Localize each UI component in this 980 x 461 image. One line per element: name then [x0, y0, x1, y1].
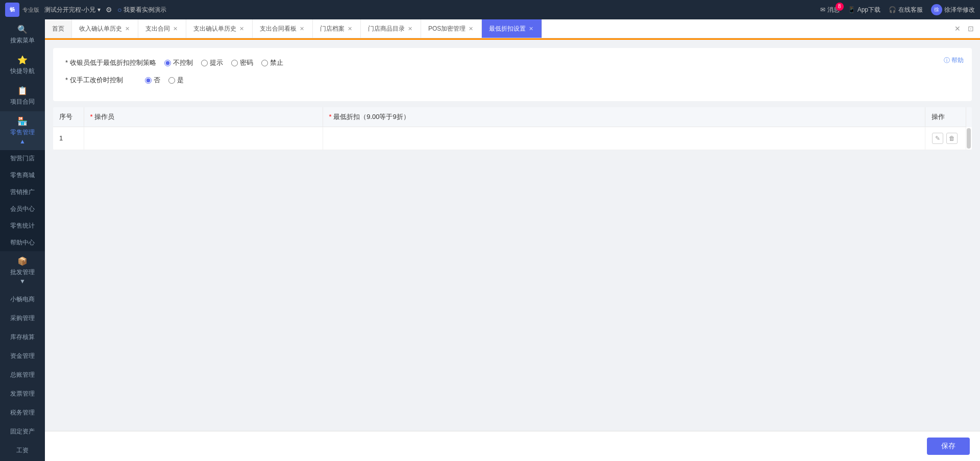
top-bar-right: ✉ 消息 8 📱 App下载 🎧 在线客服 徐 徐泽华修改 — [820, 4, 975, 15]
tab-store-archive[interactable]: 门店档案 ✕ — [313, 19, 361, 38]
discount-table: 序号 操作员 最低折扣（9.00等于9折） 操作 — [53, 107, 972, 150]
td-action: ✎ 🗑 — [925, 127, 966, 150]
sidebar-item-ledger[interactable]: 总账管理 — [0, 366, 45, 384]
delete-row-btn[interactable]: 🗑 — [946, 133, 958, 144]
radio-password-input[interactable] — [231, 60, 238, 66]
manual-price-label: * 仅手工改价时控制 — [65, 76, 137, 85]
tab-payment-board[interactable]: 支出合同看板 ✕ — [253, 19, 313, 38]
radio-no[interactable]: 否 — [145, 76, 160, 85]
sidebar-sub-label: 零售商城 — [10, 171, 35, 180]
radio-prompt-label: 提示 — [210, 58, 223, 67]
user-menu-btn[interactable]: 徐 徐泽华修改 — [931, 4, 975, 15]
sidebar-item-inventory[interactable]: 库存核算 — [0, 328, 45, 347]
tab-close-icon[interactable]: ✕ — [347, 26, 353, 32]
tab-label: 门店商品目录 — [368, 25, 405, 33]
save-button[interactable]: 保存 — [927, 438, 970, 455]
radio-forbid-input[interactable] — [261, 60, 268, 66]
sidebar-item-label: 小畅电商 — [10, 295, 35, 304]
sidebar-item-label: 工资 — [16, 446, 29, 455]
th-operator: 操作员 — [84, 107, 323, 127]
demo-link[interactable]: ○ 我要看实例演示 — [117, 6, 166, 14]
tab-payment-history[interactable]: 支出确认单历史 ✕ — [186, 19, 253, 38]
tab-bar: 首页 收入确认单历史 ✕ 支出合同 ✕ 支出确认单历史 ✕ 支出合同看板 ✕ 门… — [45, 19, 980, 38]
customer-service-label: 在线客服 — [898, 6, 923, 14]
retail-mgmt-submenu: 智营门店 零售商城 营销推广 会员中心 零售统计 帮助中心 — [0, 150, 45, 251]
cashier-policy-label: * 收银员低于最低折扣控制策略 — [65, 58, 156, 67]
radio-yes[interactable]: 是 — [168, 76, 184, 85]
sidebar-item-smart-store[interactable]: 智营门店 — [0, 150, 45, 167]
sidebar-item-wholesale-mgmt[interactable]: 📦 批发管理 ▼ — [0, 251, 45, 290]
tab-label: 支出合同看板 — [260, 25, 297, 33]
customer-service-btn[interactable]: 🎧 在线客服 — [889, 6, 923, 14]
th-min-discount-label: 最低折扣（9.00等于9折） — [329, 113, 410, 120]
radio-no-control[interactable]: 不控制 — [164, 58, 193, 67]
radio-prompt[interactable]: 提示 — [201, 58, 223, 67]
sidebar-item-member-center[interactable]: 会员中心 — [0, 201, 45, 217]
tab-close-icon[interactable]: ✕ — [407, 26, 413, 32]
discount-table-container: 序号 操作员 最低折扣（9.00等于9折） 操作 — [53, 107, 972, 150]
sidebar-item-search-menu[interactable]: 🔍 搜索菜单 — [0, 19, 45, 50]
project-selector[interactable]: 测试分开完程-小兄 ▾ — [44, 6, 101, 14]
radio-no-label: 否 — [154, 76, 160, 85]
sidebar-item-label: 库存核算 — [10, 333, 35, 342]
tab-min-discount[interactable]: 最低折扣设置 ✕ — [482, 19, 542, 38]
messages-btn[interactable]: ✉ 消息 8 — [820, 6, 840, 14]
sidebar-item-purchase-mgmt[interactable]: 采购管理 — [0, 309, 45, 328]
tab-store-catalog[interactable]: 门店商品目录 ✕ — [361, 19, 421, 38]
sidebar-item-help-center[interactable]: 帮助中心 — [0, 234, 45, 251]
sidebar-item-ecommerce[interactable]: 小畅电商 — [0, 290, 45, 309]
page-content: ⓘ 帮助 * 收银员低于最低折扣控制策略 不控制 提示 — [45, 40, 980, 431]
tab-pos-encrypt[interactable]: POS加密管理 ✕ — [421, 19, 482, 38]
sidebar-item-label: 采购管理 — [10, 314, 35, 323]
td-operator — [84, 127, 323, 150]
sidebar-sub-label: 零售统计 — [10, 222, 35, 230]
sidebar-item-tax[interactable]: 税务管理 — [0, 403, 45, 422]
sidebar-item-label: 快捷导航 — [10, 67, 35, 76]
sidebar-item-label: 固定资产 — [10, 427, 35, 436]
settings-icon[interactable]: ⚙ — [106, 6, 112, 14]
radio-prompt-input[interactable] — [201, 60, 208, 66]
sidebar-item-payroll[interactable]: 工资 — [0, 441, 45, 460]
radio-password-label: 密码 — [240, 58, 253, 67]
tab-close-icon[interactable]: ✕ — [528, 26, 534, 32]
tab-income-history[interactable]: 收入确认单历史 ✕ — [72, 19, 138, 38]
sidebar-item-retail-mall[interactable]: 零售商城 — [0, 167, 45, 184]
tab-close-icon[interactable]: ✕ — [172, 26, 179, 32]
tab-payment-contract[interactable]: 支出合同 ✕ — [138, 19, 186, 38]
sidebar-item-finance[interactable]: 资金管理 — [0, 347, 45, 366]
project-name: 测试分开完程-小兄 — [44, 6, 95, 14]
service-icon: 🎧 — [889, 6, 896, 13]
sidebar-item-label: 总账管理 — [10, 371, 35, 379]
radio-password[interactable]: 密码 — [231, 58, 253, 67]
help-link[interactable]: ⓘ 帮助 — [944, 56, 964, 65]
tab-label: 收入确认单历史 — [79, 25, 122, 33]
tab-close-icon[interactable]: ✕ — [238, 26, 245, 32]
sidebar-item-marketing[interactable]: 营销推广 — [0, 184, 45, 201]
sidebar-item-retail-stats[interactable]: 零售统计 — [0, 217, 45, 234]
chevron-down-icon: ▼ — [19, 278, 26, 285]
sidebar-item-invoice[interactable]: 发票管理 — [0, 384, 45, 403]
radio-no-control-input[interactable] — [164, 60, 171, 66]
maximize-tab-btn[interactable]: ⊡ — [966, 22, 976, 35]
sidebar-item-project-contract[interactable]: 📋 项目合同 — [0, 81, 45, 111]
sidebar-item-label: 搜索菜单 — [10, 36, 35, 45]
td-scrollbar — [966, 127, 972, 150]
tab-close-icon[interactable]: ✕ — [124, 26, 131, 32]
sidebar-item-quick-nav[interactable]: ⭐ 快捷导航 — [0, 50, 45, 81]
radio-yes-input[interactable] — [168, 77, 175, 84]
brand-logo: 畅 — [5, 3, 19, 17]
tab-home[interactable]: 首页 — [45, 19, 72, 38]
tab-close-icon[interactable]: ✕ — [299, 26, 305, 32]
radio-forbid[interactable]: 禁止 — [261, 58, 283, 67]
content-area: 首页 收入确认单历史 ✕ 支出合同 ✕ 支出确认单历史 ✕ 支出合同看板 ✕ 门… — [45, 19, 980, 461]
star-icon: ⭐ — [17, 55, 28, 65]
sidebar-item-retail-mgmt[interactable]: 🏪 零售管理 ▲ — [0, 111, 45, 150]
close-tab-btn[interactable]: ✕ — [952, 22, 963, 35]
app-download-btn[interactable]: 📱 App下载 — [848, 6, 880, 14]
tab-label: 支出合同 — [145, 25, 170, 33]
sidebar-item-fixed-assets[interactable]: 固定资产 — [0, 422, 45, 441]
radio-no-input[interactable] — [145, 77, 152, 84]
tab-close-icon[interactable]: ✕ — [468, 26, 474, 32]
manual-price-options: 否 是 — [145, 76, 184, 85]
edit-row-btn[interactable]: ✎ — [932, 133, 943, 144]
